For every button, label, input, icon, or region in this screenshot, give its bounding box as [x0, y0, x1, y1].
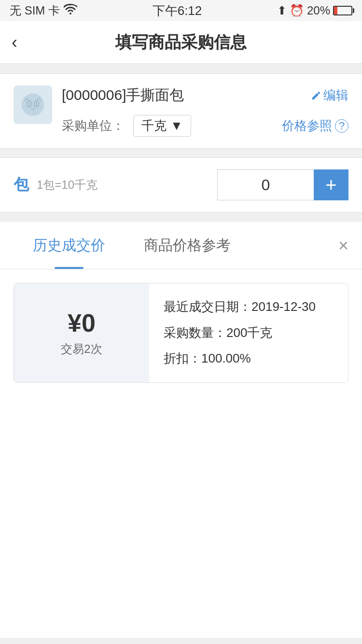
- back-button[interactable]: ‹: [12, 32, 17, 53]
- quantity-plus-button[interactable]: +: [314, 169, 348, 200]
- svg-point-0: [22, 94, 44, 116]
- quantity-input-group: +: [217, 169, 348, 200]
- status-time: 下午6:12: [153, 2, 202, 19]
- product-info: [0000006]手撕面包 编辑 采购单位： 千克 ▼ 价格参照 ?: [62, 85, 348, 137]
- tab-header: 历史成交价 商品价格参考 ×: [0, 222, 362, 269]
- history-price: ¥0: [68, 308, 96, 337]
- product-thumbnail: [14, 85, 52, 124]
- history-content: ¥0 交易2次 最近成交日期：2019-12-30 采购数量：200千克 折扣：…: [0, 269, 362, 396]
- edit-button[interactable]: 编辑: [311, 87, 348, 104]
- status-left: 无 SIM 卡: [10, 3, 77, 18]
- svg-point-6: [36, 103, 37, 105]
- help-icon: ?: [335, 119, 348, 133]
- product-card: [0000006]手撕面包 编辑 采购单位： 千克 ▼ 价格参照 ?: [0, 73, 362, 149]
- price-reference-button[interactable]: 价格参照 ?: [282, 117, 348, 134]
- nav-bar: ‹ 填写商品采购信息: [0, 21, 362, 64]
- unit-select[interactable]: 千克 ▼: [133, 115, 191, 137]
- product-name: [0000006]手撕面包: [62, 85, 184, 105]
- status-right: ⬆ ⏰ 20%: [277, 4, 352, 17]
- alarm-icon: ⏰: [290, 4, 304, 17]
- history-trades: 交易2次: [61, 341, 102, 357]
- unit-conversion-label: 1包=10千克: [37, 177, 97, 193]
- wifi-icon: [64, 4, 77, 17]
- discount-row: 折扣：100.00%: [164, 349, 334, 369]
- unit-bag-icon: 包: [14, 174, 29, 196]
- tab-price-reference[interactable]: 商品价格参考: [125, 222, 250, 269]
- purchase-qty-row: 采购数量：200千克: [164, 323, 334, 343]
- page-title: 填写商品采购信息: [115, 31, 247, 54]
- divider: [0, 149, 362, 156]
- unit-label: 采购单位：: [62, 117, 125, 134]
- tab-history-price[interactable]: 历史成交价: [14, 222, 125, 269]
- recent-date-row: 最近成交日期：2019-12-30: [164, 297, 334, 317]
- battery-icon: [333, 6, 352, 15]
- status-bar: 无 SIM 卡 下午6:12 ⬆ ⏰ 20%: [0, 0, 362, 21]
- battery-percent: 20%: [307, 4, 330, 17]
- location-icon: ⬆: [277, 4, 287, 17]
- history-price-panel: ¥0 交易2次: [14, 283, 149, 382]
- quantity-input[interactable]: [217, 169, 314, 200]
- bottom-area: [0, 396, 362, 638]
- tab-section: 历史成交价 商品价格参考 × ¥0 交易2次 最近成交日期：2019-12-30…: [0, 222, 362, 396]
- history-details-panel: 最近成交日期：2019-12-30 采购数量：200千克 折扣：100.00%: [149, 283, 348, 382]
- signal-icon: 无 SIM 卡: [10, 3, 60, 18]
- history-card: ¥0 交易2次 最近成交日期：2019-12-30 采购数量：200千克 折扣：…: [14, 283, 348, 383]
- close-button[interactable]: ×: [338, 236, 348, 256]
- quantity-section: 包 1包=10千克 +: [0, 157, 362, 212]
- svg-point-5: [28, 103, 30, 105]
- dropdown-icon: ▼: [170, 118, 183, 133]
